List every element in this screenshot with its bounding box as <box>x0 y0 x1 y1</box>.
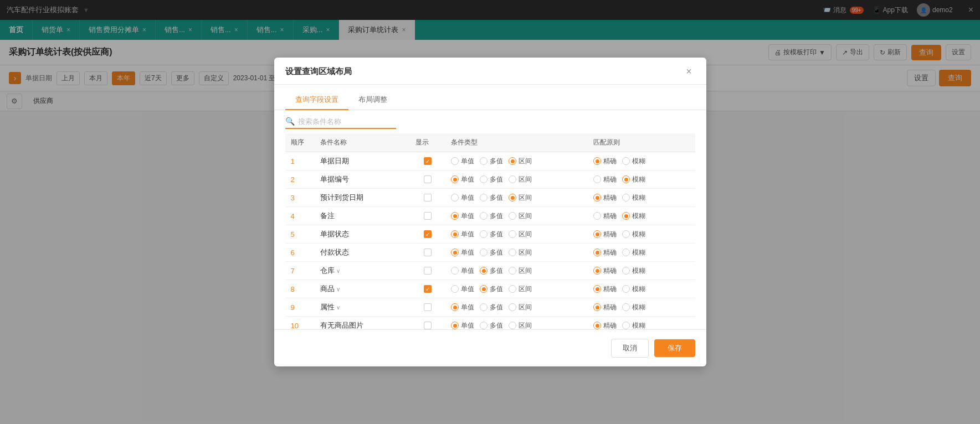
dialog-close-btn[interactable]: × <box>683 65 695 77</box>
dialog-tab-query-fields[interactable]: 查询字段设置 <box>285 90 348 110</box>
settings-dialog: 设置查询区域布局 × 查询字段设置 布局调整 🔍 顺序 条件名称 显示 <box>274 58 706 111</box>
dialog-search-area: 🔍 <box>274 110 706 111</box>
dialog-tab-layout[interactable]: 布局调整 <box>348 90 397 110</box>
dialog-tabs: 查询字段设置 布局调整 <box>274 85 706 110</box>
dialog-header: 设置查询区域布局 × <box>274 58 706 85</box>
dialog-title: 设置查询区域布局 <box>285 66 352 77</box>
dialog-overlay: 设置查询区域布局 × 查询字段设置 布局调整 🔍 顺序 条件名称 显示 <box>0 0 980 111</box>
